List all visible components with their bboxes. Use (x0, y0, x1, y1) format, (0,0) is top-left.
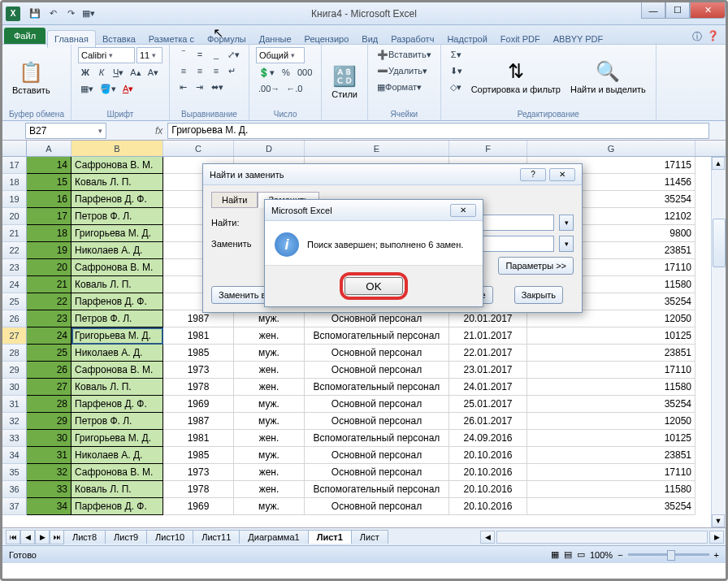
autosum-button[interactable]: Σ▾ (448, 47, 465, 62)
cell[interactable]: Петров Ф. Л. (72, 310, 163, 327)
row-header[interactable]: 35 (2, 464, 27, 481)
minimize-ribbon-icon[interactable]: ⓘ (692, 30, 702, 44)
minimize-button[interactable]: — (641, 2, 665, 19)
row-header[interactable]: 29 (2, 362, 27, 379)
cell[interactable]: 1969 (163, 498, 234, 515)
cell[interactable]: 24.09.2016 (449, 430, 527, 447)
cell[interactable]: 20.10.2016 (449, 447, 527, 464)
cell[interactable]: Сафронова В. М. (72, 362, 163, 379)
sheet-tab[interactable]: Лист1 (308, 530, 352, 544)
cell[interactable]: Григорьева М. Д. (72, 327, 163, 345)
cell[interactable]: Сафронова В. М. (72, 464, 163, 481)
msgbox-close-button[interactable]: ✕ (450, 204, 476, 217)
cell[interactable]: Основной персонал (305, 345, 449, 362)
replace-history-button[interactable]: ▾ (559, 236, 574, 252)
cell[interactable]: муж. (234, 498, 305, 515)
cell[interactable]: жен. (234, 379, 305, 396)
column-header-A[interactable]: A (27, 141, 72, 156)
decrease-font-button[interactable]: A▾ (145, 65, 161, 80)
cell[interactable]: Сафронова В. М. (72, 157, 163, 174)
fill-button[interactable]: ⬇▾ (448, 63, 465, 78)
sort-filter-button[interactable]: ⇅ Сортировка и фильтр (468, 47, 564, 108)
column-header-F[interactable]: F (449, 141, 527, 156)
formula-input[interactable]: Григорьева М. Д. (167, 123, 709, 139)
prev-sheet-button[interactable]: ◀ (20, 530, 35, 544)
cell[interactable]: 1985 (163, 447, 234, 464)
cell[interactable]: 25 (27, 345, 72, 362)
column-header-B[interactable]: B (72, 141, 163, 156)
view-break-button[interactable]: ▭ (577, 549, 585, 560)
cell[interactable]: 1987 (163, 310, 234, 327)
cell[interactable]: Вспомогательный персонал (305, 327, 449, 345)
sheet-tab[interactable]: Лист9 (105, 530, 147, 544)
cell[interactable]: 12050 (527, 310, 696, 327)
align-middle-button[interactable]: = (193, 47, 207, 62)
align-bottom-button[interactable]: _ (209, 47, 223, 62)
zoom-in-button[interactable]: + (714, 550, 719, 560)
row-header[interactable]: 22 (2, 242, 27, 259)
cell[interactable]: 15 (27, 174, 72, 191)
sheet-tab[interactable]: Лист8 (63, 530, 106, 544)
cell[interactable]: 12050 (527, 413, 696, 430)
cell[interactable]: 28 (27, 396, 72, 413)
cell[interactable]: 21.01.2017 (449, 327, 527, 345)
cell[interactable]: 1985 (163, 345, 234, 362)
cell[interactable]: Вспомогательный персонал (305, 481, 449, 498)
percent-button[interactable]: % (279, 65, 293, 80)
cell[interactable]: 30 (27, 430, 72, 447)
cell[interactable]: 22 (27, 293, 72, 310)
cell[interactable]: Коваль Л. П. (72, 481, 163, 498)
increase-indent-button[interactable]: ⇥ (193, 80, 207, 94)
cell[interactable]: муж. (234, 345, 305, 362)
row-header[interactable]: 27 (2, 327, 27, 345)
cell[interactable]: жен. (234, 430, 305, 447)
cell[interactable]: 10125 (527, 430, 696, 447)
cell[interactable]: Парфенов Д. Ф. (72, 396, 163, 413)
cell[interactable]: 23851 (527, 345, 696, 362)
file-tab[interactable]: Файл (4, 28, 46, 44)
cell[interactable]: Парфенов Д. Ф. (72, 191, 163, 208)
cell[interactable]: Петров Ф. Л. (72, 413, 163, 430)
cell[interactable]: Основной персонал (305, 362, 449, 379)
row-header[interactable]: 26 (2, 310, 27, 327)
decrease-decimal-button[interactable]: ←.0 (284, 81, 305, 96)
row-header[interactable]: 24 (2, 276, 27, 293)
fill-color-button[interactable]: 🪣▾ (98, 81, 119, 96)
delete-cells-button[interactable]: ➖ Удалить ▾ (375, 63, 430, 78)
cell[interactable]: жен. (234, 464, 305, 481)
cell[interactable]: 26 (27, 362, 72, 379)
cell[interactable]: 29 (27, 413, 72, 430)
cell[interactable]: 34 (27, 498, 72, 515)
cell[interactable]: Коваль Л. П. (72, 276, 163, 293)
column-header-D[interactable]: D (234, 141, 305, 156)
undo-button[interactable]: ↶ (45, 6, 61, 22)
view-normal-button[interactable]: ▦ (551, 549, 559, 560)
merge-button[interactable]: ⬌▾ (209, 80, 226, 94)
row-header[interactable]: 32 (2, 413, 27, 430)
scrollbar-track[interactable] (496, 531, 708, 544)
align-center-button[interactable]: ≡ (193, 63, 207, 78)
cell[interactable]: Сафронова В. М. (72, 259, 163, 276)
cell[interactable]: Николаев А. Д. (72, 447, 163, 464)
cell[interactable]: 33 (27, 481, 72, 498)
cell[interactable]: 22.01.2017 (449, 345, 527, 362)
row-header[interactable]: 30 (2, 379, 27, 396)
cell[interactable]: муж. (234, 396, 305, 413)
tab-find[interactable]: Найти (211, 192, 258, 208)
cell[interactable]: муж. (234, 447, 305, 464)
cell[interactable]: 31 (27, 447, 72, 464)
zoom-level[interactable]: 100% (590, 550, 613, 560)
cell[interactable]: Коваль Л. П. (72, 174, 163, 191)
dialog-close-button[interactable]: ✕ (549, 168, 575, 181)
cell[interactable]: 19 (27, 242, 72, 259)
find-select-button[interactable]: 🔍 Найти и выделить (567, 47, 649, 108)
redo-button[interactable]: ↷ (63, 6, 79, 22)
cell[interactable]: Основной персонал (305, 464, 449, 481)
column-header-E[interactable]: E (305, 141, 449, 156)
options-button[interactable]: Параметры >> (498, 257, 574, 275)
cell[interactable]: Основной персонал (305, 396, 449, 413)
cell[interactable]: Петров Ф. Л. (72, 208, 163, 225)
underline-button[interactable]: Ч▾ (110, 65, 126, 80)
clear-button[interactable]: ◇▾ (448, 80, 465, 94)
cell[interactable]: 17 (27, 208, 72, 225)
